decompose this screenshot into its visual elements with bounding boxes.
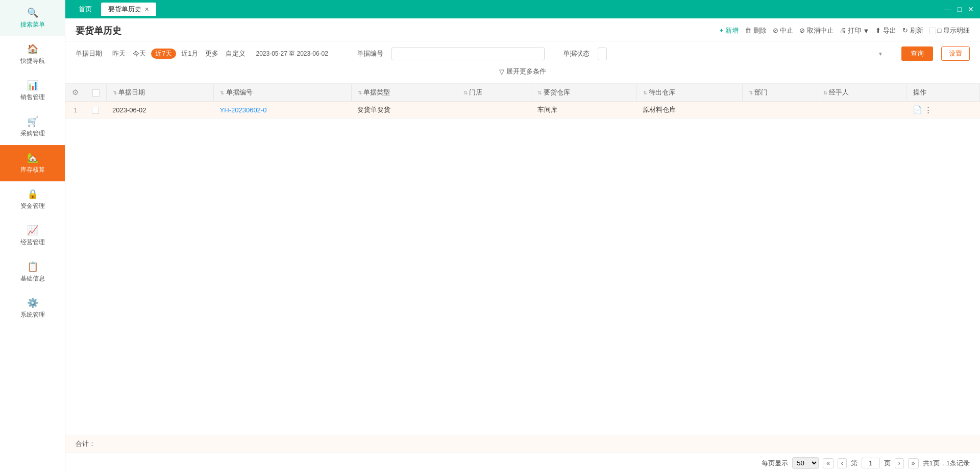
- expand-icon: ▽: [499, 68, 504, 76]
- tab-history[interactable]: 要货单历史 ✕: [101, 3, 156, 16]
- query-button[interactable]: 查询: [901, 46, 933, 61]
- col-req-sort-icon: ⇅: [537, 90, 542, 96]
- date-option-yesterday[interactable]: 昨天: [110, 49, 128, 59]
- table-area: ⚙ ⇅ 单据日期 ⇅ 单据编号: [65, 84, 980, 435]
- delete-button[interactable]: 🗑 删除: [745, 26, 767, 35]
- row-pending-warehouse: 原材料仓库: [636, 102, 742, 119]
- row-store: [457, 102, 531, 119]
- status-select[interactable]: [598, 48, 607, 60]
- col-settings[interactable]: ⚙: [65, 84, 86, 102]
- date-options: 昨天 今天 近7天 近1月 更多 自定义: [110, 49, 248, 59]
- col-dept[interactable]: ⇅ 部门: [742, 84, 817, 102]
- status-select-wrap: [598, 48, 887, 60]
- page-number-input[interactable]: [862, 458, 880, 468]
- page-label: 第: [851, 459, 857, 468]
- print-dropdown-icon: ▼: [863, 27, 869, 35]
- home-icon: 🏠: [27, 43, 38, 55]
- page-unit-label: 页: [884, 459, 891, 468]
- page-header: 要货单历史 + 新增 🗑 删除 ⊘ 中止 ⊘ 取消中止 🖨 打印 ▼ ⬆ 导出 …: [65, 18, 980, 41]
- refresh-button[interactable]: ↻ 刷新: [902, 26, 923, 35]
- date-option-custom[interactable]: 自定义: [224, 49, 248, 59]
- col-pending-label: 待出仓库: [649, 88, 675, 96]
- col-number-label: 单据编号: [226, 88, 253, 96]
- col-handler-sort-icon: ⇅: [823, 90, 827, 96]
- sidebar-item-basic[interactable]: 📋 基础信息: [0, 254, 65, 290]
- sidebar-item-purchase[interactable]: 🛒 采购管理: [0, 109, 65, 145]
- row-checkbox[interactable]: [92, 107, 99, 114]
- doc-number-label: 单据编号: [357, 49, 383, 58]
- total-info: 共1页，1条记录: [923, 459, 970, 468]
- last-page-button[interactable]: »: [908, 458, 919, 468]
- suspend-button[interactable]: ⊘ 中止: [773, 26, 794, 35]
- row-op2-button[interactable]: ⋮: [924, 105, 932, 114]
- sales-icon: 📊: [27, 80, 38, 91]
- row-handler: [817, 102, 906, 119]
- print-button[interactable]: 🖨 打印 ▼: [840, 26, 870, 35]
- date-option-last-month[interactable]: 近1月: [179, 49, 200, 59]
- first-page-button[interactable]: «: [823, 458, 834, 468]
- export-button[interactable]: ⬆ 导出: [875, 26, 896, 35]
- col-handler[interactable]: ⇅ 经手人: [817, 84, 906, 102]
- row-index: 1: [65, 102, 86, 119]
- prev-page-button[interactable]: ‹: [838, 458, 847, 468]
- sidebar-item-sales[interactable]: 📊 销售管理: [0, 73, 65, 109]
- col-date[interactable]: ⇅ 单据日期: [106, 84, 214, 102]
- close-window-button[interactable]: ✕: [968, 5, 974, 13]
- col-store-sort-icon: ⇅: [463, 90, 468, 96]
- select-all-checkbox[interactable]: [92, 89, 100, 97]
- checkbox-detail-icon: [929, 28, 936, 34]
- row-operations: 📄 ⋮: [906, 102, 979, 119]
- date-option-today[interactable]: 今天: [131, 49, 148, 59]
- close-tab-icon[interactable]: ✕: [144, 6, 149, 13]
- col-req-warehouse[interactable]: ⇅ 要货仓库: [531, 84, 636, 102]
- operations-icon: 📈: [27, 225, 38, 236]
- table-header-row: ⚙ ⇅ 单据日期 ⇅ 单据编号: [65, 84, 980, 102]
- table-settings-icon[interactable]: ⚙: [72, 88, 79, 97]
- doc-number-input[interactable]: [391, 48, 545, 60]
- summary-label: 合计：: [76, 439, 95, 448]
- col-operation-label: 操作: [913, 88, 926, 96]
- sidebar-item-quicknav[interactable]: 🏠 快捷导航: [0, 36, 65, 73]
- main-area: 首页 要货单历史 ✕ — □ ✕ 要货单历史 + 新增 🗑 删除 ⊘ 中止 ⊘ …: [65, 0, 980, 473]
- tab-home[interactable]: 首页: [71, 3, 99, 16]
- col-number[interactable]: ⇅ 单据编号: [214, 84, 351, 102]
- finance-icon: 🔒: [27, 188, 38, 200]
- col-number-sort-icon: ⇅: [220, 90, 224, 96]
- status-label: 单据状态: [563, 49, 590, 58]
- sidebar-item-search[interactable]: 🔍 搜索菜单: [0, 0, 65, 36]
- row-op1-button[interactable]: 📄: [913, 105, 922, 114]
- date-option-more[interactable]: 更多: [203, 49, 220, 59]
- sidebar-item-operations[interactable]: 📈 经营管理: [0, 218, 65, 254]
- filter-row-1: 单据日期 昨天 今天 近7天 近1月 更多 自定义 2023-05-27 至 2…: [76, 46, 970, 61]
- action-buttons: + 新增 🗑 删除 ⊘ 中止 ⊘ 取消中止 🖨 打印 ▼ ⬆ 导出 ↻ 刷新 □…: [720, 26, 970, 35]
- row-date: 2023-06-02: [106, 102, 214, 119]
- print-label: 🖨 打印: [840, 26, 862, 35]
- table-footer: 合计：: [65, 435, 980, 453]
- expand-label: 展开更多条件: [506, 67, 546, 76]
- display-detail-toggle[interactable]: □ 显示明细: [929, 26, 970, 35]
- col-pending-warehouse[interactable]: ⇅ 待出仓库: [636, 84, 742, 102]
- new-button[interactable]: + 新增: [720, 26, 739, 35]
- sidebar-item-inventory[interactable]: 🏡 库存核算: [0, 145, 65, 181]
- top-right-controls: — □ ✕: [944, 5, 974, 13]
- expand-more-button[interactable]: ▽ 展开更多条件: [497, 65, 548, 78]
- row-req-warehouse: 车间库: [531, 102, 636, 119]
- search-icon: 🔍: [27, 7, 38, 18]
- row-check: [86, 102, 106, 119]
- minimize-button[interactable]: —: [944, 5, 951, 13]
- date-option-last7[interactable]: 近7天: [151, 49, 176, 59]
- cancel-suspend-button[interactable]: ⊘ 取消中止: [799, 26, 834, 35]
- col-date-sort-icon: ⇅: [113, 90, 117, 96]
- basic-icon: 📋: [27, 261, 38, 272]
- col-store[interactable]: ⇅ 门店: [457, 84, 531, 102]
- per-page-select[interactable]: 50 10 20 100: [792, 457, 819, 469]
- col-type[interactable]: ⇅ 单据类型: [351, 84, 457, 102]
- maximize-button[interactable]: □: [958, 5, 962, 13]
- sidebar: 🔍 搜索菜单 🏠 快捷导航 📊 销售管理 🛒 采购管理 🏡 库存核算 🔒 资金管…: [0, 0, 65, 473]
- settings-button[interactable]: 设置: [941, 46, 970, 61]
- row-type: 要货单要货: [351, 102, 457, 119]
- row-number-link[interactable]: YH-20230602-0: [220, 106, 267, 114]
- next-page-button[interactable]: ›: [895, 458, 904, 468]
- sidebar-item-finance[interactable]: 🔒 资金管理: [0, 181, 65, 218]
- sidebar-item-system[interactable]: ⚙️ 系统管理: [0, 290, 65, 326]
